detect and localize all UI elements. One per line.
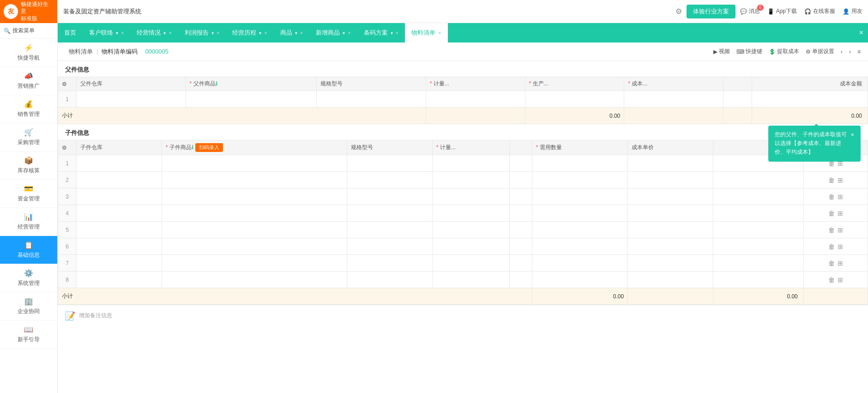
chevron-down-icon: ▾	[211, 30, 214, 36]
parent-row-produce[interactable]	[525, 91, 624, 108]
sidebar-item-inventory[interactable]: 📦 库存核算	[0, 151, 57, 180]
sidebar-item-quick-nav[interactable]: ⚡ 快捷导航	[0, 39, 57, 67]
tab-products[interactable]: 商品 ▾ ×	[274, 23, 309, 42]
sidebar-item-operation[interactable]: 📊 经营管理	[0, 208, 57, 236]
nav-close-all-button[interactable]: ×	[855, 29, 868, 37]
parent-subtotal-row: 小计 0.00 0.00	[58, 108, 868, 124]
parent-th-spec: 规格型号	[317, 77, 426, 91]
parent-row-spec[interactable]	[317, 91, 426, 108]
tab-bom[interactable]: 物料清单 ×	[405, 23, 447, 42]
copy-icon[interactable]: ⊞	[838, 276, 843, 284]
topbar-right: 💬 消息 6 📱 App下载 🎧 在线客服 👤 用友	[740, 7, 862, 15]
copy-icon[interactable]: ⊞	[838, 210, 843, 217]
sidebar-item-marketing[interactable]: 📣 营销推广	[0, 67, 57, 95]
child-subtotal-label: 小计	[58, 288, 532, 305]
sidebar-search[interactable]: 🔍 搜索菜单	[0, 23, 57, 39]
child-r1-spec[interactable]	[347, 155, 433, 172]
child-r2-extra[interactable]	[510, 172, 532, 188]
tab-history[interactable]: 经营历程 ▾ ×	[226, 23, 273, 42]
nav-next-button[interactable]: ›	[849, 48, 851, 55]
parent-row-cost[interactable]	[624, 91, 723, 108]
close-icon[interactable]: ×	[169, 30, 171, 36]
delete-icon[interactable]: 🗑	[828, 210, 835, 217]
child-r2-qty[interactable]	[532, 172, 627, 188]
sidebar-item-sales[interactable]: 💰 销售管理	[0, 95, 57, 123]
tab-home[interactable]: 首页	[58, 23, 83, 42]
config-icon[interactable]: ⚙	[675, 7, 682, 16]
note-icon[interactable]: 📝	[65, 311, 75, 321]
parent-row-product[interactable]	[186, 91, 317, 108]
close-icon[interactable]: ×	[396, 30, 398, 36]
delete-icon[interactable]: 🗑	[828, 260, 835, 267]
copy-icon[interactable]: ⊞	[838, 176, 843, 184]
close-icon[interactable]: ×	[348, 30, 350, 36]
breadcrumb-bom[interactable]: 物料清单	[65, 48, 96, 56]
system-icon: ⚙️	[24, 269, 33, 278]
message-button[interactable]: 💬 消息 6	[740, 7, 760, 15]
child-r2-unit-price[interactable]	[628, 172, 713, 188]
sidebar-item-purchase[interactable]: 🛒 采购管理	[0, 123, 57, 151]
grid-view-button[interactable]: ≡	[857, 48, 861, 55]
close-icon[interactable]: ×	[264, 30, 267, 36]
child-r2-unit[interactable]	[432, 172, 510, 188]
tooltip-close-button[interactable]: ×	[850, 130, 854, 140]
sidebar: 友 畅捷通好生意 标准版 🔍 搜索菜单 ⚡ 快捷导航 📣 营销推广 💰 销售管理…	[0, 0, 58, 393]
nav-tabs: 首页 客户联络 ▾ × 经营情况 ▾ × 利润报告 ▾ × 经营历程 ▾ × 商…	[58, 23, 868, 42]
child-r1-qty[interactable]	[532, 155, 627, 172]
user-menu[interactable]: 👤 用友	[843, 7, 862, 15]
parent-row-num: 1	[58, 91, 77, 108]
close-icon[interactable]: ×	[438, 30, 441, 36]
extract-cost-action[interactable]: 💲 提取成本	[769, 48, 799, 55]
close-icon[interactable]: ×	[300, 30, 303, 36]
basic-icon: 📋	[24, 241, 33, 249]
copy-icon[interactable]: ⊞	[838, 226, 843, 234]
child-r2-warehouse[interactable]	[77, 172, 162, 188]
copy-icon[interactable]: ⊞	[838, 260, 843, 267]
tab-new-products[interactable]: 新增商品 ▾ ×	[309, 23, 357, 42]
child-th-settings[interactable]: ⚙	[58, 140, 77, 155]
sidebar-item-basic[interactable]: 📋 基础信息	[0, 236, 57, 264]
shortcut-action[interactable]: ⌨ 快捷键	[736, 48, 762, 55]
parent-th-cost: * 成本...	[624, 77, 723, 91]
close-icon[interactable]: ×	[121, 30, 124, 36]
delete-icon[interactable]: 🗑	[828, 243, 835, 250]
tab-barcode[interactable]: 条码方案 ▾ ×	[357, 23, 405, 42]
child-r1-extra[interactable]	[510, 155, 532, 172]
copy-icon[interactable]: ⊞	[838, 193, 843, 200]
tab-operations[interactable]: 经营情况 ▾ ×	[130, 23, 178, 42]
parent-th-settings[interactable]: ⚙	[58, 77, 77, 91]
tab-profit[interactable]: 利润报告 ▾ ×	[178, 23, 226, 42]
delete-icon[interactable]: 🗑	[828, 176, 835, 184]
parent-row-unit[interactable]	[426, 91, 525, 108]
sidebar-item-guide[interactable]: 📖 新手引导	[0, 320, 57, 349]
delete-icon[interactable]: 🗑	[828, 193, 835, 200]
parent-row-extra[interactable]	[723, 91, 752, 108]
child-r1-warehouse[interactable]	[77, 155, 162, 172]
delete-icon[interactable]: 🗑	[828, 276, 835, 284]
child-r2-spec[interactable]	[347, 172, 433, 188]
nav-prev-button[interactable]: ‹	[841, 48, 843, 55]
parent-row-warehouse[interactable]	[77, 91, 186, 108]
online-service-button[interactable]: 🎧 在线客服	[804, 7, 835, 15]
copy-icon[interactable]: ⊞	[838, 243, 843, 250]
child-r1-product[interactable]	[162, 155, 347, 172]
child-r2-product[interactable]	[162, 172, 347, 188]
delete-icon[interactable]: 🗑	[828, 226, 835, 234]
sidebar-item-system[interactable]: ⚙️ 系统管理	[0, 264, 57, 292]
system-title: 装备及固定资产辅助管理系统	[63, 7, 671, 16]
sidebar-item-finance[interactable]: 💳 资金管理	[0, 180, 57, 208]
trial-button[interactable]: 体验行业方案	[687, 5, 735, 18]
table-row: 5 🗑⊞	[58, 222, 868, 238]
breadcrumb-actions: ▶ 视频 ⌨ 快捷键 💲 提取成本 ⚙ 单据设置 ‹ › ≡	[713, 48, 861, 55]
single-settings-action[interactable]: ⚙ 单据设置	[806, 48, 834, 55]
child-r1-unit[interactable]	[432, 155, 510, 172]
close-icon[interactable]: ×	[217, 30, 219, 36]
chevron-down-icon: ▾	[391, 30, 393, 36]
scan-button[interactable]: 扫码录入	[195, 143, 223, 152]
child-r1-unit-price[interactable]	[628, 155, 713, 172]
tab-customers[interactable]: 客户联络 ▾ ×	[83, 23, 130, 42]
app-download-button[interactable]: 📱 App下载	[767, 7, 797, 15]
video-action[interactable]: ▶ 视频	[713, 48, 730, 55]
sidebar-item-enterprise[interactable]: 🏢 企业协同	[0, 292, 57, 320]
keyboard-icon: ⌨	[736, 48, 744, 55]
